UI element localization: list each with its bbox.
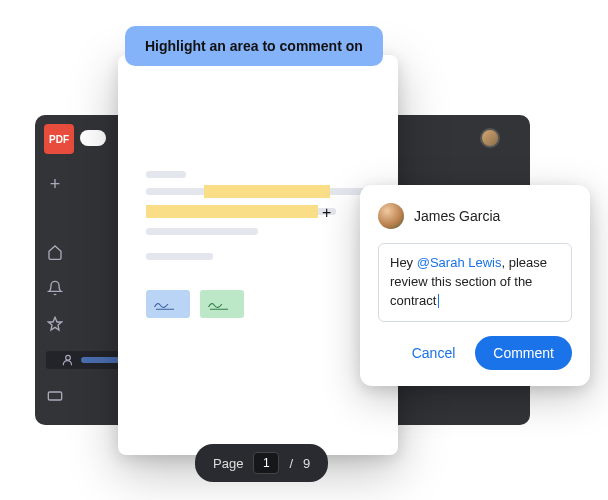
mention[interactable]: @Sarah Lewis (417, 255, 502, 270)
comment-author: James Garcia (414, 208, 500, 224)
document-preview[interactable]: + (118, 55, 398, 455)
signature-field-green[interactable] (200, 290, 244, 318)
doc-text-line (146, 253, 213, 260)
cancel-button[interactable]: Cancel (402, 337, 466, 369)
page-label: Page (213, 456, 243, 471)
doc-text-line (146, 171, 186, 178)
comment-popover: James Garcia Hey @Sarah Lewis, please re… (360, 185, 590, 386)
home-icon[interactable] (46, 243, 64, 261)
highlight[interactable] (146, 205, 318, 218)
text-cursor-icon (438, 294, 439, 308)
signature-row (146, 290, 370, 318)
crosshair-cursor-icon: + (322, 204, 331, 222)
star-icon[interactable] (46, 315, 64, 333)
keyboard-icon[interactable] (46, 387, 64, 405)
pdf-logo: PDF (44, 124, 74, 154)
highlight[interactable] (204, 185, 330, 198)
comment-button[interactable]: Comment (475, 336, 572, 370)
doc-text-line (146, 228, 258, 235)
doc-highlight-row[interactable]: + (146, 208, 370, 218)
bell-icon[interactable] (46, 279, 64, 297)
page-separator: / (289, 456, 293, 471)
page-total: 9 (303, 456, 310, 471)
page-indicator: Page / 9 (195, 444, 328, 482)
svg-rect-1 (48, 392, 61, 400)
comment-header: James Garcia (378, 203, 572, 229)
toggle-switch[interactable] (80, 130, 106, 146)
signature-field-blue[interactable] (146, 290, 190, 318)
comment-input[interactable]: Hey @Sarah Lewis, please review this sec… (378, 243, 572, 322)
add-icon[interactable]: + (46, 175, 64, 193)
page-input[interactable] (253, 452, 279, 474)
comment-text: Hey (390, 255, 417, 270)
instruction-tooltip: Highlight an area to comment on (125, 26, 383, 66)
svg-point-0 (66, 355, 71, 360)
avatar (378, 203, 404, 229)
doc-highlight-row[interactable] (146, 188, 370, 198)
comment-actions: Cancel Comment (378, 336, 572, 370)
avatar[interactable] (480, 128, 500, 148)
